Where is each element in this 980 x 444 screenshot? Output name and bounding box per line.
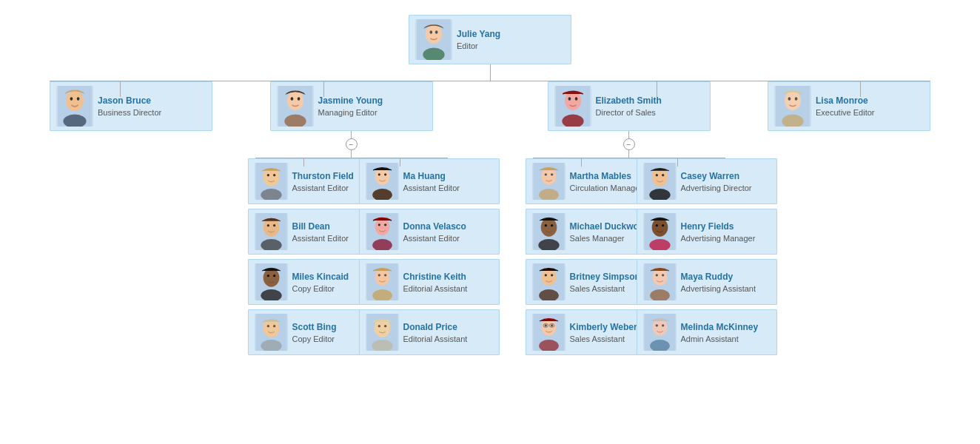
jasmine-vline2 bbox=[351, 150, 352, 158]
mahuang-face bbox=[366, 163, 399, 200]
elizabeth-col1: Martha Mables Circulation Manager bbox=[526, 158, 622, 355]
casey-title: Advertising Director bbox=[681, 184, 752, 192]
card-melinda: Melinda McKinney Admin Assistant bbox=[637, 309, 777, 355]
melinda-title: Admin Assistant bbox=[681, 334, 759, 343]
root-title: Editor bbox=[457, 41, 500, 50]
lisa-title: Executive Editor bbox=[816, 108, 874, 117]
britney-title: Sales Assistant bbox=[570, 284, 640, 293]
avatar-jason bbox=[56, 86, 93, 127]
casey-info: Casey Warren Advertising Director bbox=[681, 171, 752, 192]
lisa-name: Lisa Monroe bbox=[816, 95, 874, 106]
miles-title: Copy Editor bbox=[292, 284, 349, 293]
henry-title: Advertising Manager bbox=[681, 234, 756, 243]
avatar-donna bbox=[366, 213, 399, 250]
svg-point-26 bbox=[263, 269, 279, 287]
elizabeth-hline bbox=[533, 158, 725, 158]
elizabeth-col2: Casey Warren Advertising Director bbox=[637, 158, 733, 355]
svg-point-49 bbox=[384, 274, 386, 276]
jasmine-info: Jasmine Young Managing Editor bbox=[318, 95, 383, 117]
root-name: Julie Yang bbox=[457, 29, 500, 39]
avatar-melinda bbox=[643, 314, 677, 351]
card-elizabeth: Elizabeth Smith Director of Sales bbox=[548, 81, 711, 131]
svg-point-39 bbox=[384, 173, 386, 175]
svg-point-88 bbox=[651, 218, 668, 237]
svg-point-90 bbox=[655, 224, 657, 226]
l1-drop-4 bbox=[860, 81, 861, 97]
card-donald: Donald Price Editorial Assistant bbox=[359, 309, 500, 355]
jason-name: Jason Bruce bbox=[98, 95, 161, 106]
jasmine-collapse[interactable]: − bbox=[346, 138, 358, 150]
svg-point-34 bbox=[273, 325, 275, 327]
maya-name: Maya Ruddy bbox=[681, 272, 756, 282]
svg-point-79 bbox=[551, 324, 553, 326]
elizabeth-vline2 bbox=[628, 150, 629, 158]
l1-hline bbox=[50, 81, 930, 81]
melinda-name: Melinda McKinney bbox=[681, 322, 759, 332]
svg-point-73 bbox=[544, 274, 546, 276]
bill-name: Bill Dean bbox=[292, 221, 349, 232]
svg-point-36 bbox=[375, 168, 389, 185]
card-lisa: Lisa Monroe Executive Editor bbox=[768, 81, 930, 131]
avatar-michael bbox=[532, 213, 565, 250]
casey-face bbox=[643, 163, 677, 200]
melinda-face bbox=[643, 314, 677, 351]
avatar-henry bbox=[643, 213, 677, 250]
svg-point-19 bbox=[273, 174, 275, 176]
org-chart: Julie Yang Editor bbox=[0, 0, 980, 444]
britney-face bbox=[532, 263, 565, 300]
thurston-face bbox=[255, 163, 288, 200]
svg-point-3 bbox=[430, 30, 433, 34]
svg-point-56 bbox=[565, 91, 581, 110]
avatar-lisa bbox=[774, 86, 811, 127]
thurston-name: Thurston Field bbox=[292, 171, 354, 181]
casey-name: Casey Warren bbox=[681, 171, 752, 181]
christine-face bbox=[366, 263, 399, 300]
avatar-donald bbox=[366, 314, 399, 351]
root-node: Julie Yang Editor bbox=[409, 15, 571, 64]
avatar-bill bbox=[255, 213, 288, 250]
branch-jason: Jason Bruce Business Director bbox=[50, 81, 212, 131]
mahuang-name: Ma Huang bbox=[403, 171, 460, 181]
jasmine-face bbox=[277, 86, 314, 127]
svg-point-98 bbox=[652, 319, 667, 336]
elizabeth-name: Elizabeth Smith bbox=[596, 95, 662, 106]
jasmine-col1: Thurston Field Assistant Editor bbox=[248, 158, 344, 355]
svg-point-78 bbox=[544, 324, 546, 326]
svg-point-53 bbox=[377, 325, 380, 327]
jasmine-drop2 bbox=[400, 158, 400, 166]
branch-lisa: Lisa Monroe Executive Editor bbox=[768, 81, 930, 131]
kimberly-title: Sales Assistant bbox=[570, 334, 637, 343]
christine-name: Christine Keith bbox=[403, 272, 468, 282]
donald-title: Editorial Assistant bbox=[403, 334, 468, 343]
elizabeth-collapse[interactable]: − bbox=[623, 138, 635, 150]
miles-name: Miles Kincaid bbox=[292, 272, 349, 282]
svg-point-100 bbox=[655, 324, 657, 326]
lisa-face bbox=[774, 86, 811, 127]
svg-point-58 bbox=[568, 97, 571, 101]
card-casey: Casey Warren Advertising Director bbox=[637, 158, 777, 204]
svg-point-38 bbox=[377, 173, 380, 175]
bill-title: Assistant Editor bbox=[292, 234, 349, 243]
svg-point-68 bbox=[544, 224, 546, 226]
scott-face bbox=[255, 314, 288, 351]
donna-title: Assistant Editor bbox=[403, 234, 466, 243]
l1-drop-1 bbox=[120, 81, 121, 97]
donna-face bbox=[366, 213, 399, 250]
card-jasmine: Jasmine Young Managing Editor bbox=[270, 81, 433, 131]
avatar-christine bbox=[366, 263, 399, 300]
mahuang-info: Ma Huang Assistant Editor bbox=[403, 171, 460, 192]
melinda-info: Melinda McKinney Admin Assistant bbox=[681, 322, 759, 343]
scott-info: Scott Bing Copy Editor bbox=[292, 322, 337, 343]
svg-point-71 bbox=[541, 269, 556, 286]
elizabeth-drop1 bbox=[581, 158, 582, 166]
bill-info: Bill Dean Assistant Editor bbox=[292, 221, 349, 243]
avatar-kimberly bbox=[532, 314, 565, 351]
card-jason: Jason Bruce Business Director bbox=[50, 81, 212, 131]
svg-point-61 bbox=[541, 168, 556, 185]
svg-point-105 bbox=[788, 97, 791, 101]
thurston-info: Thurston Field Assistant Editor bbox=[292, 171, 354, 192]
svg-point-86 bbox=[662, 174, 664, 176]
svg-point-23 bbox=[266, 224, 269, 226]
kimberly-name: Kimberly Weber bbox=[570, 322, 637, 332]
card-henry: Henry Fields Advertising Manager bbox=[637, 209, 777, 255]
